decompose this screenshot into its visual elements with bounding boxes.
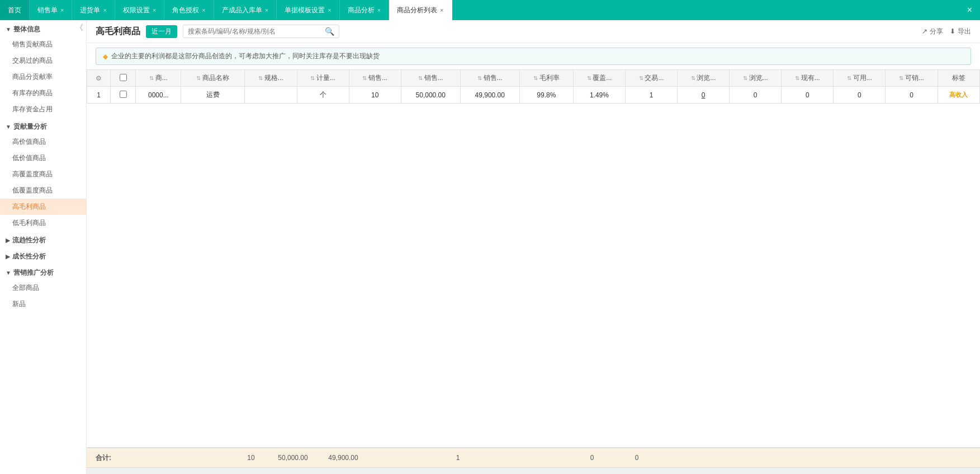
col-coverage[interactable]: 覆盖...	[573, 70, 625, 87]
sidebar-item-high-coverage[interactable]: 高覆盖度商品	[0, 166, 86, 182]
browse1-link[interactable]: 0	[702, 91, 706, 99]
close-role-tab[interactable]: ×	[202, 7, 205, 13]
sidebar-item-in-stock[interactable]: 有库存的商品	[0, 85, 86, 101]
col-sales-qty[interactable]: 销售...	[349, 70, 401, 87]
row-select-checkbox[interactable]	[120, 91, 127, 98]
row-transaction: 1	[625, 87, 677, 104]
info-text: 企业的主要的利润都是这部分商品创造的，可考虑加大推广，同时关注库存是不要出现缺货	[111, 51, 380, 61]
col-name[interactable]: 商品名称	[181, 70, 245, 87]
row-browse1[interactable]: 0	[678, 87, 730, 104]
search-icon[interactable]: 🔍	[325, 27, 334, 36]
row-unit: 个	[297, 87, 349, 104]
sidebar-group-growth[interactable]: ▶ 成长性分析	[0, 247, 86, 264]
close-purchase-tab[interactable]: ×	[103, 7, 106, 13]
nav-analysis[interactable]: 商品分析 ×	[340, 0, 389, 20]
content-header: 高毛利商品 近一月 🔍 ↗ 分享 ⬇ 导出	[87, 20, 980, 43]
sidebar-group-overall[interactable]: ▼ 整体信息	[0, 20, 86, 36]
sidebar-group-trend[interactable]: ▶ 流趋性分析	[0, 231, 86, 247]
sidebar-group-marketing[interactable]: ▼ 营销推广分析	[0, 264, 86, 280]
row-spec	[245, 87, 297, 104]
arrow-overall: ▼	[6, 26, 11, 32]
footer-total: 合计: 10 50,000.00 49,900.00 1 0 0	[87, 447, 980, 467]
row-sellable: 0	[886, 87, 938, 104]
row-index: 1	[87, 87, 111, 104]
close-analysis-tab[interactable]: ×	[377, 7, 381, 13]
horizontal-scrollbar[interactable]	[87, 467, 980, 474]
col-sales-amount[interactable]: 销售...	[401, 70, 460, 87]
data-table: ⚙ 商... 商品名称 规格... 计量... 销售... 销售... 销售..…	[87, 69, 980, 104]
row-gross-rate: 99.8%	[519, 87, 573, 104]
sidebar-item-all-products[interactable]: 全部商品	[0, 280, 86, 296]
sidebar-item-new-products[interactable]: 新品	[0, 296, 86, 312]
footer-current-stock: 0	[570, 454, 614, 462]
sidebar-item-low-value[interactable]: 低价值商品	[0, 150, 86, 166]
col-gear[interactable]: ⚙	[87, 70, 111, 87]
row-sales-qty: 10	[349, 87, 401, 104]
close-app-button[interactable]: ×	[959, 0, 980, 20]
footer-sales-amount: 50,000.00	[268, 454, 318, 462]
sidebar-item-stock-capital[interactable]: 库存资金占用	[0, 101, 86, 118]
nav-sales[interactable]: 销售单 ×	[30, 0, 72, 20]
col-browse1[interactable]: 浏览...	[678, 70, 730, 87]
row-name: 运费	[181, 87, 245, 104]
close-template-tab[interactable]: ×	[328, 7, 331, 13]
col-current-stock[interactable]: 现有...	[782, 70, 834, 87]
nav-template[interactable]: 单据模板设置 ×	[277, 0, 339, 20]
col-available[interactable]: 可用...	[834, 70, 886, 87]
row-tag: 高收入	[938, 87, 979, 104]
content-area: 高毛利商品 近一月 🔍 ↗ 分享 ⬇ 导出 ◆ 企业的主要的利润都是这部分商品创…	[87, 20, 980, 474]
col-no[interactable]: 商...	[136, 70, 181, 87]
footer-transaction: 1	[435, 454, 480, 462]
col-transaction[interactable]: 交易...	[625, 70, 677, 87]
col-unit[interactable]: 计量...	[297, 70, 349, 87]
total-label: 合计:	[96, 453, 111, 463]
footer-sales-qty: 10	[234, 454, 268, 462]
row-checkbox[interactable]	[111, 87, 136, 104]
sidebar-item-traded[interactable]: 交易过的商品	[0, 53, 86, 69]
sidebar-collapse-btn[interactable]: 《	[75, 23, 83, 33]
row-sales-amount: 50,000.00	[401, 87, 460, 104]
sidebar-group-contrib[interactable]: ▼ 贡献量分析	[0, 118, 86, 134]
nav-purchase[interactable]: 进货单 ×	[72, 0, 115, 20]
footer-available: 0	[614, 454, 659, 462]
arrow-trend: ▶	[6, 237, 10, 243]
export-button[interactable]: ⬇ 导出	[950, 27, 971, 36]
col-checkbox[interactable]	[111, 70, 136, 87]
sidebar-item-contrib-rate[interactable]: 商品分贡献率	[0, 69, 86, 85]
search-input[interactable]	[188, 27, 325, 35]
close-finished-tab[interactable]: ×	[265, 7, 268, 13]
close-permission-tab[interactable]: ×	[153, 7, 156, 13]
col-sales-profit[interactable]: 销售...	[460, 70, 519, 87]
search-box: 🔍	[183, 25, 339, 38]
close-analysis-list-tab[interactable]: ×	[440, 7, 443, 13]
table-row: 1 0000... 运费 个 10 50,000.00 49,900.00 99…	[87, 87, 980, 104]
export-icon: ⬇	[950, 27, 955, 35]
close-sales-tab[interactable]: ×	[60, 7, 64, 13]
sidebar-item-high-value[interactable]: 高价值商品	[0, 134, 86, 150]
nav-role[interactable]: 角色授权 ×	[164, 0, 214, 20]
nav-finished-goods[interactable]: 产成品入库单 ×	[214, 0, 277, 20]
time-filter-button[interactable]: 近一月	[146, 25, 177, 38]
header-actions: ↗ 分享 ⬇ 导出	[922, 27, 971, 36]
sidebar-item-low-coverage[interactable]: 低覆盖度商品	[0, 182, 86, 199]
arrow-growth: ▶	[6, 254, 10, 260]
sidebar-item-low-margin[interactable]: 低毛利商品	[0, 215, 86, 231]
nav-permission[interactable]: 权限设置 ×	[115, 0, 164, 20]
col-tag: 标签	[938, 70, 979, 87]
col-sellable[interactable]: 可销...	[886, 70, 938, 87]
sidebar-item-sales-contrib[interactable]: 销售贡献商品	[0, 36, 86, 53]
col-gross-rate[interactable]: 毛利率	[519, 70, 573, 87]
row-current-stock: 0	[782, 87, 834, 104]
nav-home[interactable]: 首页	[0, 0, 30, 20]
col-spec[interactable]: 规格...	[245, 70, 297, 87]
share-button[interactable]: ↗ 分享	[922, 27, 943, 36]
share-icon: ↗	[922, 27, 927, 35]
sidebar-item-high-margin[interactable]: 高毛利商品	[0, 199, 86, 215]
nav-analysis-list[interactable]: 商品分析列表 ×	[389, 0, 452, 20]
select-all-checkbox[interactable]	[120, 74, 127, 81]
footer-sales-profit: 49,900.00	[318, 454, 368, 462]
row-coverage: 1.49%	[573, 87, 625, 104]
row-sales-profit: 49,900.00	[460, 87, 519, 104]
col-browse2[interactable]: 浏览...	[730, 70, 782, 87]
gear-icon[interactable]: ⚙	[96, 74, 102, 82]
